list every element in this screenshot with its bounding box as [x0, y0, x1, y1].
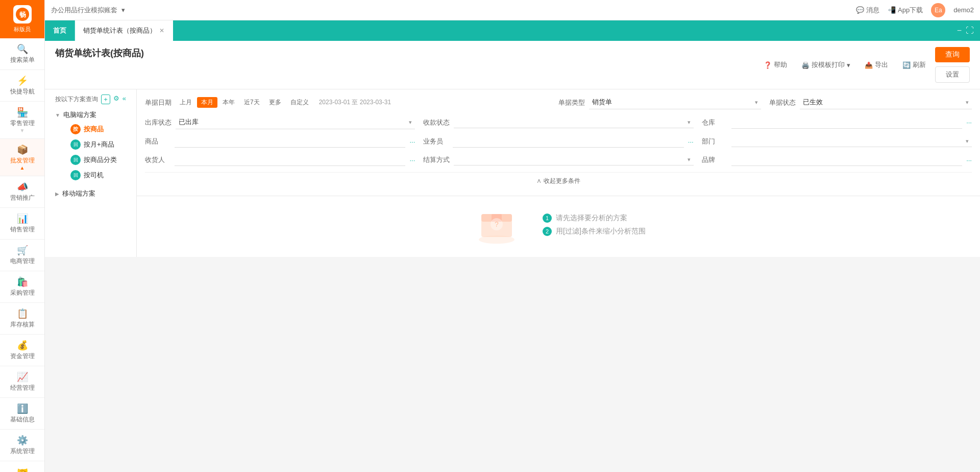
- filter-item-staff: 业务员 ···: [423, 135, 693, 148]
- sidebar-item-retail[interactable]: 🏪 零售管理 ▼: [0, 102, 44, 139]
- avatar[interactable]: Ea: [931, 3, 945, 17]
- left-panel-icons: + ⚙ «: [101, 95, 126, 104]
- type-select[interactable]: 销货单 ▾: [589, 96, 761, 109]
- tip-num-1: 1: [543, 214, 552, 223]
- tree-node-mobile[interactable]: ▶ 移动端方案: [50, 187, 131, 200]
- empty-tips: 1 请先选择要分析的方案 2 用[过滤]条件来缩小分析范围: [543, 214, 646, 240]
- status-chevron-icon: ▾: [966, 99, 969, 106]
- ecommerce-icon: 🛒: [17, 245, 28, 256]
- system-icon: ⚙️: [17, 435, 28, 446]
- tabbar-actions: − ⛶: [957, 26, 980, 35]
- message-btn[interactable]: 💬 消息: [856, 6, 879, 15]
- edit-scheme-icon[interactable]: ⚙: [113, 95, 119, 104]
- breadcrumb-chevron[interactable]: ▾: [121, 6, 125, 14]
- date-tab-custom[interactable]: 自定义: [286, 97, 313, 108]
- sidebar-item-label: 销售管理: [10, 225, 35, 234]
- date-tab-this-month[interactable]: 本月: [197, 97, 217, 108]
- brand-dots[interactable]: ···: [966, 156, 972, 164]
- receiver-input[interactable]: [175, 154, 405, 166]
- sidebar-item-inventory[interactable]: 📋 库存核算: [0, 303, 44, 335]
- settings-btn[interactable]: 设置: [935, 66, 970, 83]
- dept-select[interactable]: ▾: [731, 136, 972, 147]
- staff-label: 业务员: [423, 137, 449, 146]
- receiver-dots[interactable]: ···: [409, 156, 415, 164]
- download-icon: 📲: [888, 6, 896, 14]
- status-select[interactable]: 已生效 ▾: [800, 96, 972, 109]
- date-tabs: 上月 本月 本年 近7天 更多 自定义: [176, 97, 313, 108]
- sidebar-item-label: 资金管理: [10, 352, 35, 361]
- sidebar-item-wholesale[interactable]: 📦 批发管理 ▲: [0, 139, 44, 176]
- print-btn[interactable]: 🖨️ 按模板打印 ▾: [796, 58, 855, 72]
- tree-item-category[interactable]: 回 按商品分类: [60, 152, 131, 168]
- staff-dots[interactable]: ···: [688, 138, 694, 146]
- tree-children-pc: 按 按商品 回 按月+商品 回 按商品分类: [50, 122, 131, 183]
- refresh-btn[interactable]: 🔄 刷新: [897, 58, 931, 72]
- tree-item-goods[interactable]: 按 按商品: [60, 122, 131, 137]
- tree-item-category-label: 按商品分类: [84, 155, 117, 164]
- sidebar-item-quick[interactable]: ⚡ 快捷导航: [0, 70, 44, 102]
- stock-chevron-icon: ▾: [409, 119, 412, 126]
- goods-dots[interactable]: ···: [409, 138, 415, 146]
- print-icon: 🖨️: [801, 61, 810, 69]
- add-scheme-icon[interactable]: +: [101, 95, 110, 104]
- sidebar-item-sales[interactable]: 📊 销售管理: [0, 208, 44, 240]
- tab-close-icon[interactable]: ✕: [159, 27, 164, 34]
- window-maximize-btn[interactable]: ⛶: [966, 26, 974, 35]
- tab-home[interactable]: 首页: [45, 20, 75, 41]
- sidebar-item-marketing[interactable]: 📣 营销推广: [0, 176, 44, 208]
- sidebar-item-label: 库存核算: [10, 320, 35, 329]
- main-content: 办公用品行业模拟账套 ▾ 💬 消息 📲 App下载 Ea demo2 首页 销货…: [45, 0, 980, 472]
- page-actions: ❓ 帮助 🖨️ 按模板打印 ▾ 📤 导出 🔄 刷新 查询: [758, 47, 970, 89]
- warehouse-input[interactable]: [731, 116, 962, 129]
- sidebar-item-search[interactable]: 🔍 搜索菜单: [0, 38, 44, 70]
- purchase-icon: 🛍️: [17, 276, 28, 288]
- tree-item-goods-label: 按商品: [84, 125, 104, 134]
- collapse-bar[interactable]: ∧ 收起更多条件: [145, 172, 972, 190]
- tabbar: 首页 销货单统计表（按商品） ✕ − ⛶: [45, 20, 980, 41]
- sidebar-item-label: 采购管理: [10, 289, 35, 297]
- sidebar-item-label: 搜索菜单: [10, 56, 35, 64]
- tip-text-1: 请先选择要分析的方案: [556, 214, 627, 223]
- stock-select[interactable]: 已出库 ▾: [176, 115, 415, 129]
- warehouse-dots[interactable]: ···: [966, 119, 972, 126]
- sidebar-item-corp[interactable]: 🤝 企业协同: [0, 461, 44, 472]
- sidebar-item-ecommerce[interactable]: 🛒 电商管理: [0, 240, 44, 271]
- brand-input[interactable]: [731, 154, 962, 166]
- sidebar-item-label: 营销推广: [10, 194, 35, 202]
- tree-item-category-icon: 回: [70, 155, 81, 165]
- sidebar-item-basic[interactable]: ℹ️ 基础信息: [0, 398, 44, 430]
- date-tab-7days[interactable]: 近7天: [240, 97, 264, 108]
- tree-item-month-goods[interactable]: 回 按月+商品: [60, 137, 131, 152]
- goods-input[interactable]: [175, 135, 405, 148]
- collapse-scheme-icon[interactable]: «: [122, 95, 126, 104]
- date-tab-this-year[interactable]: 本年: [218, 97, 239, 108]
- sidebar-item-label: 快捷导航: [10, 87, 35, 96]
- tree-item-driver[interactable]: 回 按司机: [60, 168, 131, 183]
- date-tab-last-month[interactable]: 上月: [176, 97, 196, 108]
- brand-label: 品牌: [702, 155, 727, 164]
- date-tab-more[interactable]: 更多: [265, 97, 285, 108]
- filter-item-type: 单据类型 销货单 ▾: [558, 96, 761, 109]
- app-download-btn[interactable]: 📲 App下载: [888, 6, 923, 15]
- dept-chevron-icon: ▾: [966, 138, 969, 145]
- sidebar-item-operation[interactable]: 📈 经营管理: [0, 366, 44, 398]
- sidebar-item-system[interactable]: ⚙️ 系统管理: [0, 430, 44, 461]
- export-btn[interactable]: 📤 导出: [860, 58, 893, 72]
- filter-item-payment: 结算方式 ▾: [423, 154, 693, 166]
- corp-icon: 🤝: [17, 466, 28, 472]
- query-btn[interactable]: 查询: [935, 47, 970, 62]
- receipt-select[interactable]: ▾: [454, 117, 693, 128]
- payment-select[interactable]: ▾: [454, 154, 693, 166]
- staff-input[interactable]: [453, 135, 683, 148]
- empty-state: ? 1 请先选择要分析的方案 2 用[过滤]条件来缩小分析范围: [137, 196, 980, 257]
- tab-sales-stat[interactable]: 销货单统计表（按商品） ✕: [75, 20, 173, 41]
- help-btn[interactable]: ❓ 帮助: [758, 58, 792, 72]
- sidebar-item-purchase[interactable]: 🛍️ 采购管理: [0, 271, 44, 303]
- tree-node-pc[interactable]: ▼ 电脑端方案: [50, 108, 131, 122]
- sidebar-item-finance[interactable]: 💰 资金管理: [0, 335, 44, 366]
- filter-item-warehouse: 仓库 ···: [702, 116, 972, 129]
- window-minimize-btn[interactable]: −: [957, 26, 962, 35]
- date-label: 单据日期: [145, 98, 172, 107]
- chevron-icon: ▲: [20, 165, 25, 171]
- sidebar-item-label: 电商管理: [10, 257, 35, 266]
